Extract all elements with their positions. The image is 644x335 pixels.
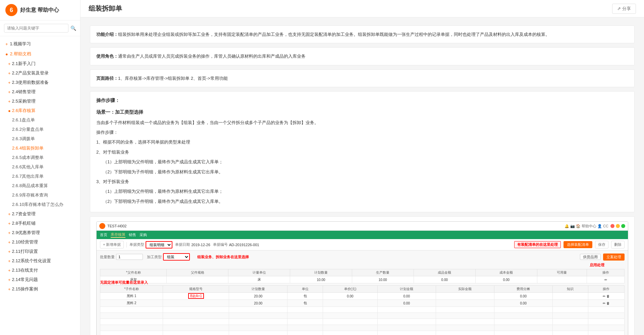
sidebar-item-2-4[interactable]: + 2.4销售管理	[0, 87, 80, 97]
plus-icon-2-4: +	[8, 90, 11, 95]
label-2-9: 2.9优惠券管理	[12, 230, 40, 236]
sidebar-item-2-13[interactable]: + 2.13在线支付	[0, 266, 80, 275]
table-row: 黑料 1 B款A+1 20.00 包 0.00 0.00 0.00 ✏	[100, 293, 625, 300]
minus-icon-2: ●	[5, 52, 8, 57]
sidebar-item-2-9[interactable]: + 2.9优惠券管理	[0, 228, 80, 237]
table-row	[100, 307, 625, 313]
ss-btd-2-8: 0.00	[494, 300, 552, 307]
ss-sep-1	[126, 242, 127, 247]
plus-icon-2-8: +	[8, 221, 11, 226]
ss-btn-new[interactable]: + 新增单据	[100, 241, 124, 248]
ss-enable-btn[interactable]: 立案处理	[603, 254, 625, 261]
sidebar-item-2-6-4[interactable]: 2.6.4组装拆卸单	[0, 144, 80, 153]
min-ctrl	[616, 224, 620, 228]
ss-type-group: 加工类型 组装	[147, 253, 190, 261]
ss-btd-2-10: ✏ 🗑	[588, 300, 624, 307]
search-area: 🔍	[0, 20, 80, 36]
app-logo: 6	[5, 4, 17, 16]
ss-td-favail	[537, 276, 587, 283]
share-button[interactable]: ⇗ 分享	[612, 4, 636, 14]
table-row: 黑料 2 20.00 包 0.00 0.00 ✏ 🗑	[100, 300, 625, 307]
ss-btd-1-10: ✏ 🗑	[588, 293, 624, 300]
sidebar-item-2-6-3[interactable]: 2.6.3调拨单	[0, 134, 80, 144]
sidebar-item-2-6-5[interactable]: 2.6.5成本调整单	[0, 153, 80, 162]
path-label: 页面路径：	[96, 76, 118, 81]
sub-items-2-6: 2.6.1盘点单 2.6.2分量盘点单 2.6.3调拨单 2.6.4组装拆卸单 …	[0, 115, 80, 209]
sidebar-item-2-6-2[interactable]: 2.6.2分量盘点单	[0, 125, 80, 134]
path-section: 页面路径：1、库存核算->库存管理->组装拆卸单 2、首页->常用功能	[90, 69, 635, 87]
ss-th-fname: *父件名称	[100, 269, 167, 276]
step2-1: （1）上部明细为父件明细，最终作为产成品生成其它入库单；	[96, 158, 628, 166]
sidebar-item-2-6[interactable]: ● 2.6库存核算	[0, 106, 80, 115]
search-icon[interactable]: 🔍	[70, 25, 76, 31]
label-2-15: 2.15操作案例	[12, 286, 38, 292]
ops-steps-label: 操作步骤：	[96, 128, 628, 136]
sidebar-item-2-15[interactable]: + 2.15操作案例	[0, 284, 80, 294]
plus-icon-1: +	[5, 42, 8, 47]
label-2-5: 2.5采购管理	[12, 98, 36, 104]
ss-th-fspec: 父件规格	[167, 269, 228, 276]
app-screenshot: TEST-H002 🔔 📷 🏠 帮助中心 👤 CC 首页 库存核算 销售 采购	[96, 221, 628, 335]
ss-enable-input: 供货品用	[580, 254, 601, 260]
ss-td-fop: ✏	[587, 276, 625, 283]
table-row	[100, 325, 625, 331]
sidebar-item-2-7[interactable]: + 2.7资金管理	[0, 209, 80, 219]
ss-btd-1-5: 0.00	[323, 293, 378, 300]
nav-sub-items-2: + 2.1新手入门 + 2.2产品安装及登录 + 2.3使用前数据准备 + 2.…	[0, 59, 80, 295]
ss-doc-type-select[interactable]: 组装明细	[146, 241, 172, 248]
label-2-4: 2.4销售管理	[12, 89, 36, 95]
sidebar-item-2-1[interactable]: + 2.1新手入门	[0, 59, 80, 68]
ss-nav-sales: 销售	[129, 232, 136, 237]
ss-btd-2-7	[436, 300, 494, 307]
sidebar-item-2-11[interactable]: + 2.11打印设置	[0, 247, 80, 256]
search-input[interactable]	[4, 24, 68, 33]
sidebar-item-2-6-8[interactable]: 2.6.8商品成本重算	[0, 181, 80, 190]
ss-bth-2: 规格型号	[163, 286, 229, 293]
path-text: 1、库存核算->库存管理->组装拆卸单 2、首页->常用功能	[118, 76, 228, 81]
ss-btd-2-1: 黑料 2	[100, 300, 163, 307]
label-2-6: 2.6库存核算	[12, 108, 36, 114]
sidebar-item-2-12[interactable]: + 2.12系统个性化设置	[0, 256, 80, 266]
ss-btd-1-2: B款A+1	[163, 293, 229, 300]
table-row	[100, 313, 625, 319]
content-area: 功能介绍：组装拆卸单用来处理企业组装或拆卸等加工业务，支持有固定装配清单的产品加…	[80, 17, 644, 335]
sidebar-item-video[interactable]: + 1.视频学习	[0, 39, 80, 49]
sidebar-item-2-3[interactable]: + 2.3使用前数据准备	[0, 78, 80, 87]
sidebar-header: 6 好生意 帮助中心	[0, 0, 80, 20]
sidebar-item-2-6-6[interactable]: 2.6.6其他入库单	[0, 162, 80, 172]
ss-btd-1-8: 0.00	[494, 293, 552, 300]
sidebar-item-2-6-9[interactable]: 2.6.9库存账本查询	[0, 190, 80, 200]
sidebar-item-2-10[interactable]: + 2.10经营管理	[0, 237, 80, 247]
label-2-12: 2.12系统个性化设置	[12, 258, 51, 264]
ss-form-row-1: 批量数量 加工类型 组装 组装业务、拆卸业务在这里选择	[100, 253, 625, 261]
ss-annotation-row3: 启用处理	[100, 263, 625, 268]
app-name: 好生意 帮助中心	[20, 7, 59, 14]
ss-bth-3: 计划数量	[229, 286, 287, 293]
ss-qty-input[interactable]	[116, 254, 143, 260]
sidebar-item-2-14[interactable]: + 2.14常见问题	[0, 275, 80, 284]
ss-td-fplan: 10.00	[290, 276, 352, 283]
step3-1: （1）上部明细为父件明细，最终作为原材料生成其它出库单；	[96, 187, 628, 195]
ss-date-group: 单据日期 2019-12-26	[175, 242, 210, 247]
sidebar-item-2-6-10[interactable]: 2.6.10库存账本错了怎么办	[0, 200, 80, 209]
sidebar-item-2-8[interactable]: + 2.8手机旺铺	[0, 219, 80, 228]
ss-type-select[interactable]: 组装	[163, 253, 190, 261]
screenshot-section: TEST-H002 🔔 📷 🏠 帮助中心 👤 CC 首页 库存核算 销售 采购	[90, 216, 635, 335]
sidebar-item-2-6-1[interactable]: 2.6.1盘点单	[0, 115, 80, 125]
step3-2: （2）下部明细为子件明细，最终作为产成品生成其它入库单。	[96, 198, 628, 205]
ss-bth-7: 实际金额	[436, 286, 494, 293]
sidebar-item-docs[interactable]: ● 2.帮助文档	[0, 49, 80, 59]
ss-assembly-btn[interactable]: 选择装配清单	[564, 241, 592, 248]
sidebar-item-2-6-7[interactable]: 2.6.7其他出库单	[0, 172, 80, 181]
ss-del-btn[interactable]: 删除	[611, 241, 625, 248]
sidebar-item-2-5[interactable]: + 2.5采购管理	[0, 97, 80, 106]
ss-save-btn[interactable]: 保存	[595, 241, 608, 248]
plus-icon-2-13: +	[8, 268, 11, 273]
func-intro-label: 功能介绍：	[96, 32, 118, 37]
func-intro-section: 功能介绍：组装拆卸单用来处理企业组装或拆卸等加工业务，支持有固定装配清单的产品加…	[90, 25, 635, 43]
ss-th-funit: 计量单位	[228, 269, 290, 276]
ss-doc-type-label: 单据类型	[129, 242, 144, 247]
ss-docno-label: 单据编号	[213, 242, 228, 247]
sidebar-item-2-2[interactable]: + 2.2产品安装及登录	[0, 68, 80, 78]
ss-enable-area: 供货品用 立案处理	[580, 254, 625, 261]
